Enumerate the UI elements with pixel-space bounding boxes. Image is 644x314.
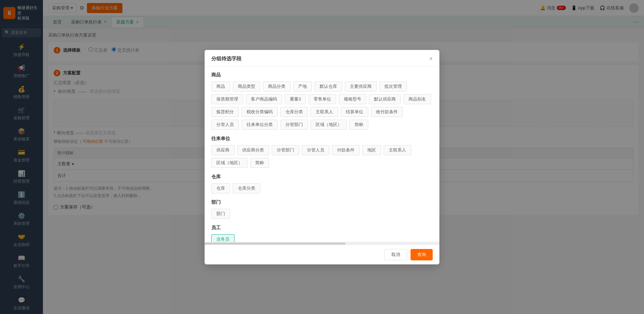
modal-hscroll-thumb: [205, 243, 345, 245]
partner-group-title: 往来单位: [211, 136, 433, 142]
partner-field-tags: 供应商 供应商分类 分管部门 分管人员 付款条件 地区 主联系人 区域（地区） …: [211, 145, 433, 168]
field-tag[interactable]: 区域（地区）: [311, 120, 347, 130]
dept-group-title: 部门: [211, 199, 433, 205]
modal-overlay: 分组待选字段 × 商品 商品 商品类型 商品分类 产地 默认仓库 主要供应商 批…: [0, 0, 644, 314]
field-tag[interactable]: 客户商品编码: [246, 94, 282, 104]
field-tag[interactable]: 批次管理: [379, 81, 407, 91]
field-tag[interactable]: 仓库分类: [233, 183, 260, 193]
product-group-title: 商品: [211, 72, 433, 78]
field-tag[interactable]: 默认供应商: [369, 94, 401, 104]
confirm-button[interactable]: 查询: [411, 249, 433, 260]
field-tag[interactable]: 商品: [211, 81, 230, 91]
field-tag[interactable]: 地区: [362, 145, 381, 155]
field-tag[interactable]: 商品别名: [404, 94, 431, 104]
field-tag[interactable]: 简称: [250, 158, 269, 168]
field-tag[interactable]: 炼货积分: [211, 107, 239, 117]
field-group-product: 商品 商品 商品类型 商品分类 产地 默认仓库 主要供应商 批次管理 保质期管理…: [211, 72, 433, 130]
warehouse-field-tags: 仓库 仓库分类: [211, 183, 433, 193]
field-tag[interactable]: 主要供应商: [345, 81, 377, 91]
field-tag[interactable]: 分管人员: [302, 145, 329, 155]
field-group-dept: 部门 部门: [211, 199, 433, 219]
employee-field-tags: 业务员: [211, 234, 433, 242]
field-tag[interactable]: 往来单位分类: [241, 120, 278, 130]
modal-close-icon[interactable]: ×: [429, 55, 433, 62]
field-tag[interactable]: 主联系人: [311, 107, 338, 117]
field-tag[interactable]: 默认仓库: [315, 81, 342, 91]
field-tag[interactable]: 分管部门: [280, 120, 308, 130]
field-tag[interactable]: 结算单位: [341, 107, 368, 117]
dept-field-tags: 部门: [211, 209, 433, 219]
field-tag[interactable]: 税收分类编码: [241, 107, 278, 117]
field-tag[interactable]: 付款条件: [332, 145, 360, 155]
field-tag-selected[interactable]: 业务员: [211, 234, 234, 242]
field-tag[interactable]: 区域（地区）: [211, 158, 248, 168]
field-tag[interactable]: 收付款条件: [371, 107, 403, 117]
field-tag[interactable]: 仓库: [211, 183, 230, 193]
field-select-modal: 分组待选字段 × 商品 商品 商品类型 商品分类 产地 默认仓库 主要供应商 批…: [205, 50, 439, 264]
field-tag[interactable]: 保质期管理: [211, 94, 243, 104]
field-tag[interactable]: 供应商分类: [237, 145, 269, 155]
modal-header: 分组待选字段 ×: [205, 50, 439, 67]
field-tag[interactable]: 产地: [293, 81, 312, 91]
field-group-employee: 员工 业务员: [211, 225, 433, 242]
field-tag[interactable]: 部门: [211, 209, 230, 219]
field-tag[interactable]: 分管部门: [272, 145, 299, 155]
field-tag[interactable]: 商品分类: [263, 81, 290, 91]
field-tag[interactable]: 规格型号: [339, 94, 366, 104]
field-tag[interactable]: 供应商: [211, 145, 234, 155]
field-group-warehouse: 仓库 仓库 仓库分类: [211, 174, 433, 193]
product-field-tags: 商品 商品类型 商品分类 产地 默认仓库 主要供应商 批次管理 保质期管理 客户…: [211, 81, 433, 130]
field-tag[interactable]: 重量3: [285, 94, 306, 104]
warehouse-group-title: 仓库: [211, 174, 433, 180]
field-tag[interactable]: 主联系人: [384, 145, 411, 155]
modal-title: 分组待选字段: [211, 56, 241, 62]
field-tag[interactable]: 零售单位: [309, 94, 336, 104]
employee-group-title: 员工: [211, 225, 433, 231]
modal-body: 商品 商品 商品类型 商品分类 产地 默认仓库 主要供应商 批次管理 保质期管理…: [205, 67, 439, 242]
field-group-partner: 往来单位 供应商 供应商分类 分管部门 分管人员 付款条件 地区 主联系人 区域…: [211, 136, 433, 168]
modal-footer: 取消 查询: [205, 245, 439, 264]
field-tag[interactable]: 商品类型: [233, 81, 260, 91]
modal-horizontal-scrollbar[interactable]: [205, 242, 439, 245]
field-tag[interactable]: 分管人员: [211, 120, 239, 130]
cancel-button[interactable]: 取消: [384, 249, 407, 260]
field-tag[interactable]: 仓库分类: [280, 107, 308, 117]
field-tag[interactable]: 简称: [350, 120, 368, 130]
